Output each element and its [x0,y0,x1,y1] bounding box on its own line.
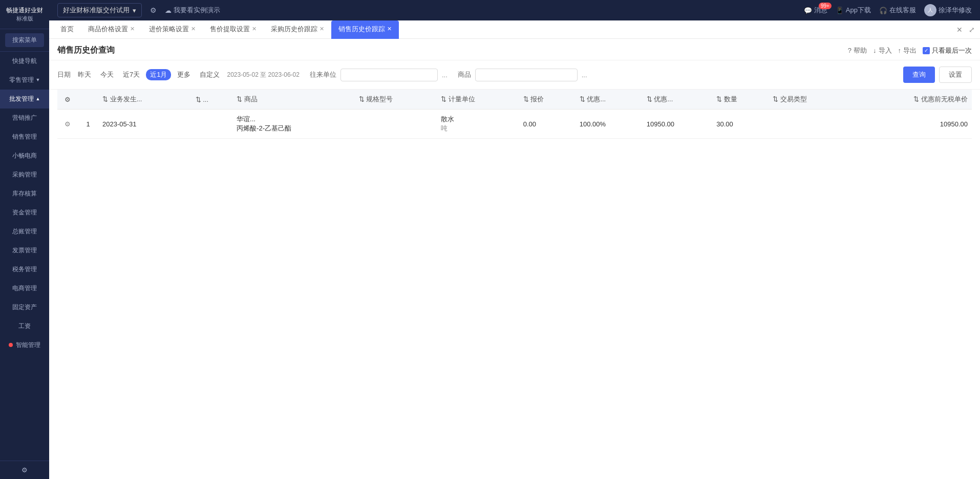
sidebar-item-purchase[interactable]: 采购管理 [0,165,49,184]
sidebar-item-label: 营销推广 [12,114,37,122]
gear-icon[interactable]: ⚙ [65,96,71,103]
sidebar-item-sales[interactable]: 销售管理 [0,127,49,146]
import-label: 导入 [879,46,892,55]
main-area: 好业财标准版交付试用 ▾ ⚙ ☁ 我要看实例演示 💬 消息 99+ 📱 App下… [49,0,980,479]
row-num-cell: 1 [78,110,98,139]
sidebar-item-settings[interactable]: ⚙ [0,461,49,479]
tab-home[interactable]: 首页 [53,20,81,39]
row-gear-cell[interactable]: ⚙ [57,110,78,139]
chevron-down-icon: ▾ [133,7,136,14]
checkbox-icon: ✓ [923,47,930,54]
product-more-button[interactable]: ... [582,71,587,79]
sidebar-item-ledger[interactable]: 总账管理 [0,222,49,241]
from-unit-input[interactable] [340,69,438,81]
date-opt-today[interactable]: 今天 [97,69,117,80]
maximize-window-button[interactable]: ⤢ [968,26,976,34]
col-header-discount-amt[interactable]: ⇅ 优惠... [643,90,712,110]
data-table: ⚙ ⇅ 业务发生... ⇅ ... ⇅ 商品 [57,90,972,139]
sidebar-item-finance[interactable]: 资金管理 [0,203,49,222]
app-name: 畅捷通好业财 [6,6,43,15]
tab-close-icon[interactable]: ✕ [387,26,392,32]
col-header-transaction-type[interactable]: ⇅ 交易类型 [769,90,850,110]
col-header-extra[interactable]: ⇅ ... [191,90,233,110]
date-opt-yesterday[interactable]: 昨天 [75,69,94,80]
date-opt-custom[interactable]: 自定义 [197,69,223,80]
help-button[interactable]: ? 帮助 [848,46,867,55]
col-header-gear: ⚙ [57,90,78,110]
sidebar-item-label: 快捷导航 [12,57,37,66]
sidebar-item-invoice[interactable]: 发票管理 [0,241,49,260]
row-unit-cell: 散水吨 [437,110,519,139]
date-range-display: 2023-05-02 至 2023-06-02 [227,71,299,79]
sidebar-item-ai[interactable]: 智能管理 [0,336,49,355]
only-last-toggle[interactable]: ✓ 只看最后一次 [923,46,972,55]
tab-close-icon[interactable]: ✕ [319,26,324,32]
col-header-pretax-price[interactable]: ⇅ 优惠前无税单价 [851,90,972,110]
col-header-quantity[interactable]: ⇅ 数量 [712,90,769,110]
col-label: 计量单位 [449,95,475,103]
only-last-label: 只看最后一次 [932,46,972,55]
row-spec-cell [355,110,437,139]
sidebar-item-ecommerce[interactable]: 小畅电商 [0,146,49,165]
sidebar-item-retail[interactable]: 零售管理 [0,71,49,90]
sidebar-item-marketing[interactable]: 营销推广 [0,108,49,127]
query-button[interactable]: 查询 [903,67,935,83]
date-opt-7days[interactable]: 近7天 [120,69,143,80]
demo-button[interactable]: ☁ 我要看实例演示 [165,6,220,15]
sidebar-item-quicknav[interactable]: 快捷导航 [0,52,49,71]
tab-product-price[interactable]: 商品价格设置 ✕ [81,20,142,39]
tab-price-extract[interactable]: 售价提取设置 ✕ [203,20,264,39]
avatar: 人 [924,4,936,16]
sidebar-item-tax[interactable]: 税务管理 [0,260,49,279]
tab-purchase-history[interactable]: 采购历史价跟踪 ✕ [264,20,331,39]
sidebar-item-assets[interactable]: 固定资产 [0,298,49,317]
date-opt-1month[interactable]: 近1月 [146,69,171,80]
sidebar-item-wholesale[interactable]: 批发管理 [0,90,49,108]
date-filter-label: 日期 [57,70,71,79]
sidebar-item-label: 库存核算 [12,189,37,198]
demo-label: 我要看实例演示 [174,6,220,15]
sidebar-item-inventory[interactable]: 库存核算 [0,184,49,203]
app-edition: 标准版 [16,15,33,23]
tab-close-icon[interactable]: ✕ [130,26,135,32]
tab-purchase-strategy[interactable]: 进价策略设置 ✕ [142,20,203,39]
version-selector[interactable]: 好业财标准版交付试用 ▾ [57,3,142,17]
sidebar-item-label: 采购管理 [12,170,37,179]
filter-action-buttons: 查询 设置 [903,67,972,83]
import-button[interactable]: ↓ 导入 [873,46,892,55]
topbar-gear-icon[interactable]: ⚙ [148,4,159,16]
from-unit-more-button[interactable]: ... [442,71,448,79]
sidebar: 畅捷通好业财 标准版 搜索菜单 快捷导航 零售管理 批发管理 营销推广 销售管理… [0,0,49,479]
message-button[interactable]: 💬 消息 99+ [804,6,827,15]
product-full: 丙烯酸-2-乙基己酯 [237,124,291,132]
tab-close-icon[interactable]: ✕ [252,26,257,32]
close-window-button[interactable]: ✕ [955,26,964,34]
sidebar-item-salary[interactable]: 工资 [0,317,49,336]
col-header-discount-pct[interactable]: ⇅ 优惠... [576,90,643,110]
col-header-business-date[interactable]: ⇅ 业务发生... [98,90,191,110]
tab-sales-history[interactable]: 销售历史价跟踪 ✕ [331,20,399,39]
col-label: 规格型号 [366,95,393,103]
row-quantity-cell: 30.00 [712,110,769,139]
online-service-button[interactable]: 🎧 在线客服 [879,6,916,15]
tab-close-icon[interactable]: ✕ [191,26,196,32]
col-header-product[interactable]: ⇅ 商品 [232,90,355,110]
online-service-label: 在线客服 [889,6,916,15]
product-filter-group: 商品 ... [458,69,587,81]
settings-button[interactable]: 设置 [939,67,972,83]
app-download-button[interactable]: 📱 App下载 [836,6,871,15]
tab-label: 采购历史价跟踪 [271,25,317,34]
window-controls: ✕ ⤢ [955,26,976,34]
date-opt-more[interactable]: 更多 [174,69,194,80]
col-label: 优惠前无税单价 [921,95,968,103]
col-header-unit[interactable]: ⇅ 计量单位 [437,90,519,110]
sidebar-item-label: 小畅电商 [12,151,37,160]
col-header-spec[interactable]: ⇅ 规格型号 [355,90,437,110]
col-header-price[interactable]: ⇅ 报价 [519,90,576,110]
sidebar-item-ecom2[interactable]: 电商管理 [0,279,49,298]
user-profile-button[interactable]: 人 徐泽华修改 [924,4,972,16]
help-icon: ? [848,47,851,54]
export-button[interactable]: ↑ 导出 [898,46,917,55]
search-menu-button[interactable]: 搜索菜单 [5,33,44,47]
product-input[interactable] [475,69,578,81]
